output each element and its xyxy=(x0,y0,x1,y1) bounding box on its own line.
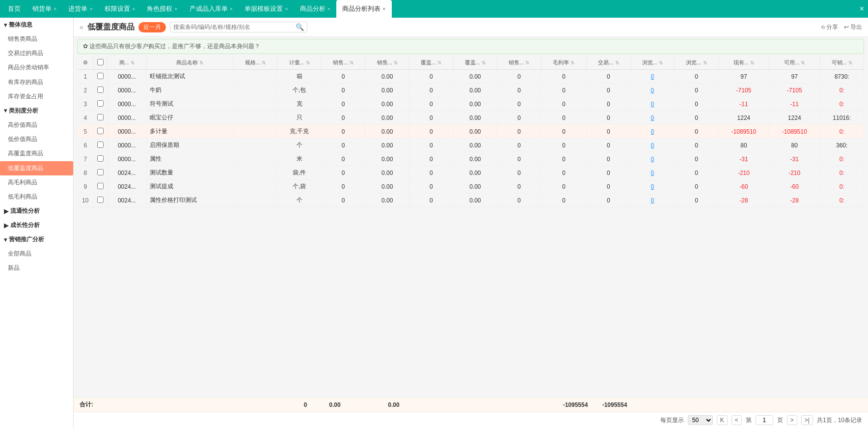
saleable-column-header[interactable]: 可销... ⇅ xyxy=(820,56,864,70)
row-select-checkbox[interactable] xyxy=(97,114,104,120)
last-page-button[interactable]: >| xyxy=(801,415,813,425)
row-browse1[interactable]: 0 xyxy=(630,180,675,194)
sidebar-item-高覆盖度商品[interactable]: 高覆盖度商品 xyxy=(0,146,73,161)
browse1-column-header[interactable]: 浏览... ⇅ xyxy=(630,56,675,70)
tab-close-icon[interactable]: × xyxy=(382,6,385,12)
row-checkbox[interactable] xyxy=(93,139,107,152)
sidebar-item-低覆盖度商品[interactable]: 低覆盖度商品 xyxy=(0,161,73,175)
row-browse1[interactable]: 0 xyxy=(630,97,675,111)
next-page-button[interactable]: > xyxy=(787,415,797,425)
row-select-checkbox[interactable] xyxy=(97,142,104,148)
name-column-header[interactable]: 商品名称 ⇅ xyxy=(147,56,234,70)
current-page-input[interactable] xyxy=(756,415,773,425)
tab-close-icon[interactable]: × xyxy=(174,6,177,12)
row-select-checkbox[interactable] xyxy=(97,183,104,189)
row-browse1[interactable]: 0 xyxy=(630,125,675,139)
row-browse1[interactable]: 0 xyxy=(630,70,675,84)
row-select-checkbox[interactable] xyxy=(97,197,104,203)
sidebar-item-高价值商品[interactable]: 高价值商品 xyxy=(0,118,73,132)
sidebar-item-销售类商品[interactable]: 销售类商品 xyxy=(0,32,73,46)
settings-column-header[interactable]: ⚙ xyxy=(78,56,93,70)
cover2-column-header[interactable]: 覆盖... ⇅ xyxy=(453,56,497,70)
nav-tab-产成品入库单[interactable]: 产成品入库单× xyxy=(184,0,239,18)
tab-close-icon[interactable]: × xyxy=(327,6,330,12)
sidebar-section-流通性分析[interactable]: ▶流通性分析 xyxy=(0,204,73,218)
sale-amt-column-header[interactable]: 销售... ⇅ xyxy=(365,56,409,70)
sidebar-item-全部商品[interactable]: 全部商品 xyxy=(0,247,73,261)
row-checkbox[interactable] xyxy=(93,125,107,139)
row-browse1[interactable]: 0 xyxy=(630,84,675,97)
prev-page-button[interactable]: < xyxy=(732,415,742,425)
sidebar-item-交易过的商品[interactable]: 交易过的商品 xyxy=(0,46,73,60)
first-page-button[interactable]: K xyxy=(717,415,728,425)
nav-tab-进货单[interactable]: 进货单× xyxy=(62,0,98,18)
nav-tab-权限设置[interactable]: 权限设置× xyxy=(99,0,141,18)
code-column-header[interactable]: 商... ⇅ xyxy=(107,56,147,70)
sidebar-section-成长性分析[interactable]: ▶成长性分析 xyxy=(0,218,73,232)
cover1-column-header[interactable]: 覆盖... ⇅ xyxy=(409,56,453,70)
row-checkbox[interactable] xyxy=(93,166,107,180)
sidebar-item-低价值商品[interactable]: 低价值商品 xyxy=(0,132,73,146)
available-stock-column-header[interactable]: 可用... ⇅ xyxy=(769,56,820,70)
nav-tab-角色授权[interactable]: 角色授权× xyxy=(141,0,183,18)
row-checkbox[interactable] xyxy=(93,180,107,194)
nav-tab-销货单[interactable]: 销货单× xyxy=(27,0,62,18)
checkbox-column-header[interactable] xyxy=(93,56,107,70)
row-checkbox[interactable] xyxy=(93,97,107,111)
nav-tab-单据模板设置[interactable]: 单据模板设置× xyxy=(239,0,294,18)
tab-close-icon[interactable]: × xyxy=(132,6,135,12)
spec-column-header[interactable]: 规格... ⇅ xyxy=(233,56,277,70)
sale-qty-column-header[interactable]: 销售... ⇅ xyxy=(321,56,365,70)
unit-column-header[interactable]: 计量... ⇅ xyxy=(277,56,322,70)
row-checkbox[interactable] xyxy=(93,84,107,97)
nav-tab-商品分析[interactable]: 商品分析× xyxy=(294,0,336,18)
sidebar-item-低毛利商品[interactable]: 低毛利商品 xyxy=(0,190,73,204)
sidebar-section-类别度分析[interactable]: ▾类别度分析 xyxy=(0,104,73,118)
row-saleable: 0: xyxy=(820,84,864,97)
nav-tab-首页[interactable]: 首页 xyxy=(2,0,27,18)
sidebar-item-新品[interactable]: 新品 xyxy=(0,261,73,275)
tab-close-icon[interactable]: × xyxy=(285,6,288,12)
sidebar-item-高毛利商品[interactable]: 高毛利商品 xyxy=(0,175,73,190)
table-header-row: ⚙ 商... ⇅ 商品名称 ⇅ 规格... ⇅ 计量... ⇅ 销售... ⇅ … xyxy=(78,56,864,70)
row-select-checkbox[interactable] xyxy=(97,100,104,107)
row-browse1[interactable]: 0 xyxy=(630,166,675,180)
share-button[interactable]: ⎋ 分享 xyxy=(821,23,838,31)
tab-close-icon[interactable]: × xyxy=(54,6,56,12)
window-close-button[interactable]: × xyxy=(860,4,864,13)
select-all-checkbox[interactable] xyxy=(97,59,104,65)
per-page-select[interactable]: 2050100200 xyxy=(688,415,713,425)
row-spec xyxy=(233,139,277,152)
sidebar-section-营销推广分析[interactable]: ▾营销推广分析 xyxy=(0,232,73,247)
row-select-checkbox[interactable] xyxy=(97,128,104,134)
current-stock-column-header[interactable]: 现有... ⇅ xyxy=(718,56,769,70)
sidebar-section-整体信息[interactable]: ▾整体信息 xyxy=(0,18,73,32)
search-input[interactable] xyxy=(173,24,296,30)
export-button[interactable]: ↩ 导出 xyxy=(844,23,862,31)
row-select-checkbox[interactable] xyxy=(97,86,104,93)
row-select-checkbox[interactable] xyxy=(97,73,104,79)
row-browse1[interactable]: 0 xyxy=(630,194,675,207)
row-checkbox[interactable] xyxy=(93,111,107,125)
row-browse1[interactable]: 0 xyxy=(630,111,675,125)
browse2-column-header[interactable]: 浏览... ⇅ xyxy=(675,56,719,70)
row-select-checkbox[interactable] xyxy=(97,169,104,175)
nav-tab-商品分析列表[interactable]: 商品分析列表× xyxy=(336,0,391,18)
sidebar-item-商品分类动销率[interactable]: 商品分类动销率 xyxy=(0,60,73,75)
sale3-column-header[interactable]: 销售... ⇅ xyxy=(497,56,542,70)
tab-close-icon[interactable]: × xyxy=(89,6,92,12)
row-checkbox[interactable] xyxy=(93,194,107,207)
period-filter-button[interactable]: 近一月 xyxy=(138,22,166,32)
sidebar-item-库存资金占用[interactable]: 库存资金占用 xyxy=(0,89,73,104)
sidebar-item-有库存的商品[interactable]: 有库存的商品 xyxy=(0,75,73,89)
profit-rate-column-header[interactable]: 毛利率 ⇅ xyxy=(541,56,587,70)
row-select-checkbox[interactable] xyxy=(97,155,104,162)
row-browse1[interactable]: 0 xyxy=(630,139,675,152)
row-checkbox[interactable] xyxy=(93,70,107,84)
data-table-container[interactable]: ⚙ 商... ⇅ 商品名称 ⇅ 规格... ⇅ 计量... ⇅ 销售... ⇅ … xyxy=(78,56,864,397)
tab-close-icon[interactable]: × xyxy=(230,6,233,12)
collapse-sidebar-button[interactable]: « xyxy=(80,23,83,31)
row-checkbox[interactable] xyxy=(93,152,107,166)
row-browse1[interactable]: 0 xyxy=(630,152,675,166)
trade-column-header[interactable]: 交易... ⇅ xyxy=(587,56,631,70)
